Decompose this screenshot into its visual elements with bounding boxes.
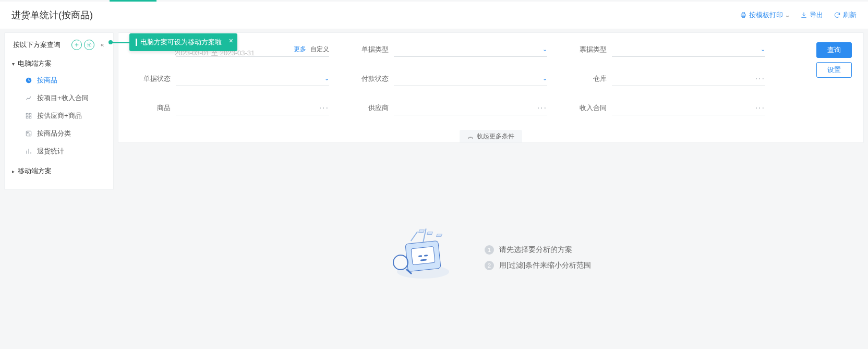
svg-rect-9	[26, 131, 31, 136]
order-status-label: 单据状态	[130, 74, 171, 83]
income-contract-picker[interactable]: ···	[612, 101, 765, 115]
svg-rect-5	[26, 113, 28, 115]
print-template-button[interactable]: 按模板打印 ⌄	[740, 10, 790, 20]
scheme-settings-button[interactable]	[84, 40, 94, 50]
income-contract-label: 收入合同	[566, 103, 607, 113]
page-header: 进货单统计(按商品) 按模板打印 ⌄ 导出 刷新	[0, 2, 868, 29]
gear-icon	[87, 42, 92, 47]
robot-illustration	[391, 226, 459, 289]
plus-icon	[74, 42, 79, 47]
empty-step-1: 1 请先选择要分析的方案	[485, 242, 591, 258]
collapse-left-icon: «	[101, 41, 104, 49]
settings-button[interactable]: 设置	[816, 62, 852, 78]
tree-group-mobile[interactable]: ▸ 移动端方案	[8, 163, 110, 179]
svg-rect-6	[29, 113, 31, 115]
double-chevron-up-icon: ︽	[468, 133, 474, 140]
tooltip-close-button[interactable]: ×	[229, 37, 233, 45]
svg-point-3	[89, 44, 90, 46]
caret-right-icon: ▸	[12, 169, 15, 174]
pay-status-label: 付款状态	[348, 74, 389, 83]
page-title: 进货单统计(按商品)	[11, 9, 93, 21]
product-label: 商品	[130, 103, 171, 113]
sidebar-item-by-project-contract[interactable]: 按项目+收入合同	[21, 89, 110, 107]
chevron-down-icon: ⌄	[542, 75, 547, 82]
chevron-down-icon: ⌄	[761, 46, 765, 53]
sidebar-item-label: 按商品分类	[37, 129, 71, 138]
invoice-type-select[interactable]: ⌄	[612, 42, 765, 57]
header-actions: 按模板打印 ⌄ 导出 刷新	[740, 10, 857, 20]
more-icon: ···	[537, 103, 547, 113]
export-icon	[800, 11, 807, 19]
chevron-down-icon: ⌄	[785, 12, 790, 19]
mobile-scheme-tooltip: 电脑方案可设为移动方案啦 ×	[129, 33, 237, 51]
date-more-link[interactable]: 更多	[294, 45, 306, 54]
empty-state: 1 请先选择要分析的方案 2 用[过滤]条件来缩小分析范围	[118, 226, 864, 289]
warehouse-label: 仓库	[566, 74, 607, 83]
sidebar-item-return-stats[interactable]: 退货统计	[21, 142, 110, 160]
clock-icon	[25, 76, 33, 85]
svg-rect-2	[742, 16, 745, 18]
empty-steps: 1 请先选择要分析的方案 2 用[过滤]条件来缩小分析范围	[485, 242, 591, 273]
sidebar-item-by-supplier-product[interactable]: 按供应商+商品	[21, 107, 110, 125]
category-icon	[25, 129, 33, 138]
warehouse-picker[interactable]: ···	[612, 71, 765, 86]
order-type-label: 单据类型	[348, 45, 389, 54]
grid-icon	[25, 112, 33, 120]
sidebar-item-by-product[interactable]: 按商品	[21, 71, 110, 89]
svg-rect-7	[26, 116, 28, 118]
query-button[interactable]: 查询	[816, 42, 852, 58]
svg-point-11	[29, 134, 30, 135]
svg-rect-8	[29, 116, 31, 118]
date-custom-link[interactable]: 自定义	[310, 45, 329, 54]
supplier-label: 供应商	[348, 103, 389, 113]
sidebar-item-label: 按供应商+商品	[37, 111, 82, 121]
more-icon: ···	[319, 103, 329, 113]
export-button[interactable]: 导出	[800, 10, 823, 20]
sidebar-item-label: 按项目+收入合同	[37, 93, 89, 103]
order-type-select[interactable]: ⌄	[394, 42, 547, 57]
empty-step-2: 2 用[过滤]条件来缩小分析范围	[485, 258, 591, 273]
chart-icon	[25, 94, 33, 102]
svg-rect-1	[742, 13, 745, 14]
sidebar-title: 按以下方案查询	[13, 40, 61, 50]
scheme-tree: ▾ 电脑端方案 按商品 按项目+收入合同	[5, 56, 113, 179]
chevron-down-icon: ⌄	[324, 75, 329, 82]
sidebar-item-by-category[interactable]: 按商品分类	[21, 125, 110, 142]
pay-status-select[interactable]: ⌄	[394, 71, 547, 86]
more-icon: ···	[755, 103, 765, 113]
sidebar-item-label: 退货统计	[37, 147, 64, 156]
tooltip-text: 电脑方案可设为移动方案啦	[140, 38, 222, 47]
add-scheme-button[interactable]	[71, 40, 82, 50]
bars-icon	[25, 147, 33, 155]
svg-point-10	[27, 132, 28, 133]
sidebar: 按以下方案查询 « ▾ 电脑端方案	[4, 32, 114, 190]
order-status-select[interactable]: ⌄	[176, 71, 329, 86]
more-icon: ···	[755, 74, 765, 83]
tree-group-desktop[interactable]: ▾ 电脑端方案	[8, 56, 110, 71]
refresh-icon	[834, 11, 841, 19]
collapse-filters-button[interactable]: ︽ 收起更多条件	[460, 130, 522, 142]
product-picker[interactable]: ···	[176, 101, 329, 115]
chevron-down-icon: ⌄	[542, 46, 547, 53]
sidebar-item-label: 按商品	[37, 76, 57, 85]
refresh-button[interactable]: 刷新	[834, 10, 857, 20]
supplier-picker[interactable]: ···	[394, 101, 547, 115]
caret-down-icon: ▾	[12, 61, 15, 67]
printer-icon	[740, 11, 747, 19]
invoice-type-label: 票据类型	[566, 45, 607, 54]
collapse-sidebar-button[interactable]: «	[97, 39, 108, 51]
